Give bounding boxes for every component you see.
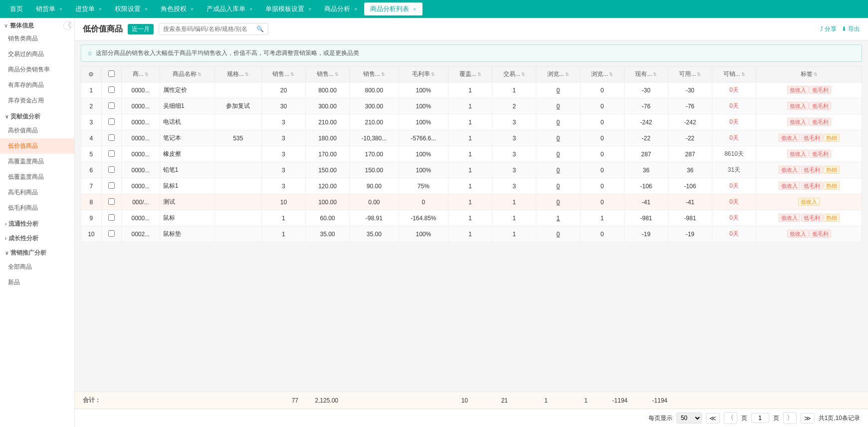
browse-link[interactable]: 0 [557, 103, 560, 110]
search-input[interactable] [163, 25, 254, 32]
nav-goods-list[interactable]: 商品分析列表 × [364, 2, 422, 15]
col-cover[interactable]: 覆盖...⇅ [448, 66, 492, 82]
col-checkbox[interactable] [101, 66, 121, 82]
page-number-input[interactable] [751, 413, 769, 423]
row-browse1[interactable]: 0 [536, 178, 580, 194]
page-size-select[interactable]: 50 100 [676, 413, 702, 424]
row-select-checkbox[interactable] [108, 166, 115, 173]
browse-link[interactable]: 0 [557, 135, 560, 142]
row-checkbox[interactable] [101, 226, 121, 242]
nav-products[interactable]: 产成品入库单 × [201, 2, 258, 15]
sidebar-item-low-coverage[interactable]: 低覆盖度商品 [0, 169, 74, 185]
row-browse1[interactable]: 0 [536, 194, 580, 210]
close-permissions-icon[interactable]: × [145, 6, 148, 12]
browse-link[interactable]: 0 [557, 151, 560, 158]
nav-purchase[interactable]: 进货单 × [69, 2, 108, 15]
sidebar-item-low-value[interactable]: 低价值商品 [0, 138, 74, 154]
sidebar-item-new-goods[interactable]: 新品 [0, 275, 74, 290]
sidebar-item-high-coverage[interactable]: 高覆盖度商品 [0, 154, 74, 169]
row-browse1[interactable]: 0 [536, 82, 580, 98]
collapse-button[interactable]: 《 [63, 21, 72, 30]
row-checkbox[interactable] [101, 82, 121, 98]
browse-link[interactable]: 0 [557, 231, 560, 238]
close-templates-icon[interactable]: × [308, 6, 311, 12]
row-checkbox[interactable] [101, 98, 121, 114]
col-browse2[interactable]: 浏览...⇅ [580, 66, 624, 82]
col-spec[interactable]: 规格...⇅ [215, 66, 261, 82]
col-stock3[interactable]: 可销...⇅ [712, 66, 756, 82]
row-checkbox[interactable] [101, 178, 121, 194]
browse-link[interactable]: 1 [557, 215, 560, 222]
sidebar-item-high-margin[interactable]: 高毛利商品 [0, 185, 74, 200]
search-box[interactable]: 🔍 [159, 23, 268, 35]
col-s1[interactable]: 销售...⇅ [261, 66, 305, 82]
close-products-icon[interactable]: × [249, 6, 252, 12]
close-roles-icon[interactable]: × [191, 6, 194, 12]
browse-link[interactable]: 0 [557, 199, 560, 206]
share-button[interactable]: ⤴ 分享 [820, 25, 837, 33]
row-browse1[interactable]: 0 [536, 226, 580, 242]
search-icon[interactable]: 🔍 [256, 25, 264, 32]
close-goods-list-icon[interactable]: × [413, 6, 416, 12]
browse-link[interactable]: 0 [557, 119, 560, 126]
row-select-checkbox[interactable] [108, 230, 115, 237]
sidebar-item-all-goods[interactable]: 全部商品 [0, 259, 74, 275]
row-browse1[interactable]: 0 [536, 98, 580, 114]
row-checkbox[interactable] [101, 210, 121, 226]
sidebar-item-stock-capital[interactable]: 库存资金占用 [0, 93, 74, 108]
nav-home[interactable]: 首页 [4, 2, 29, 15]
row-browse1[interactable]: 0 [536, 114, 580, 130]
row-select-checkbox[interactable] [108, 182, 115, 189]
last-page-button[interactable]: ≫ [801, 413, 815, 424]
next-page-button[interactable]: 〉 [783, 412, 797, 424]
row-browse1[interactable]: 1 [536, 210, 580, 226]
nav-goods-analysis[interactable]: 商品分析 × [318, 2, 363, 15]
col-s2[interactable]: 销售...⇅ [305, 66, 349, 82]
close-goods-analysis-icon[interactable]: × [354, 6, 357, 12]
nav-roles[interactable]: 角色授权 × [155, 2, 200, 15]
col-stock2[interactable]: 可用...⇅ [668, 66, 712, 82]
row-checkbox[interactable] [101, 162, 121, 178]
row-browse1[interactable]: 0 [536, 130, 580, 146]
export-button[interactable]: ⬇ 导出 [842, 25, 860, 33]
close-sales-icon[interactable]: × [59, 6, 62, 12]
sidebar-item-stock-goods[interactable]: 有库存的商品 [0, 77, 74, 93]
row-select-checkbox[interactable] [108, 118, 115, 125]
period-badge[interactable]: 近一月 [128, 24, 154, 34]
select-all-checkbox[interactable] [108, 70, 115, 77]
row-checkbox[interactable] [101, 130, 121, 146]
col-browse1[interactable]: 浏览...⇅ [536, 66, 580, 82]
row-select-checkbox[interactable] [108, 86, 115, 93]
sidebar-item-sales-goods[interactable]: 销售类商品 [0, 31, 74, 46]
col-settings[interactable]: ⚙ [81, 66, 102, 82]
close-purchase-icon[interactable]: × [99, 6, 102, 12]
sidebar-group-flow[interactable]: › 流通性分析 [0, 216, 74, 230]
row-select-checkbox[interactable] [108, 198, 115, 205]
browse-link[interactable]: 0 [557, 87, 560, 94]
row-browse1[interactable]: 0 [536, 162, 580, 178]
row-select-checkbox[interactable] [108, 134, 115, 141]
col-trade[interactable]: 交易...⇅ [492, 66, 536, 82]
sidebar-item-low-margin[interactable]: 低毛利商品 [0, 200, 74, 216]
row-select-checkbox[interactable] [108, 150, 115, 157]
row-select-checkbox[interactable] [108, 214, 115, 221]
col-code[interactable]: 商...⇅ [121, 66, 160, 82]
browse-link[interactable]: 0 [557, 167, 560, 174]
row-select-checkbox[interactable] [108, 102, 115, 109]
first-page-button[interactable]: ≪ [706, 413, 720, 424]
col-tags[interactable]: 标签⇅ [756, 66, 862, 82]
nav-sales[interactable]: 销货单 × [30, 2, 68, 15]
row-checkbox[interactable] [101, 114, 121, 130]
col-s3[interactable]: 销售...⇅ [350, 66, 399, 82]
prev-page-button[interactable]: 〈 [724, 412, 737, 424]
row-checkbox[interactable] [101, 146, 121, 162]
row-browse1[interactable]: 0 [536, 146, 580, 162]
col-margin[interactable]: 毛利率⇅ [399, 66, 448, 82]
sidebar-item-traded-goods[interactable]: 交易过的商品 [0, 46, 74, 62]
sidebar-item-category-rate[interactable]: 商品分类销售率 [0, 62, 74, 77]
col-name[interactable]: 商品名称⇅ [160, 66, 215, 82]
nav-permissions[interactable]: 权限设置 × [109, 2, 154, 15]
nav-templates[interactable]: 单据模板设置 × [259, 2, 317, 15]
sidebar-group-growth[interactable]: › 成长性分析 [0, 230, 74, 245]
row-checkbox[interactable] [101, 194, 121, 210]
